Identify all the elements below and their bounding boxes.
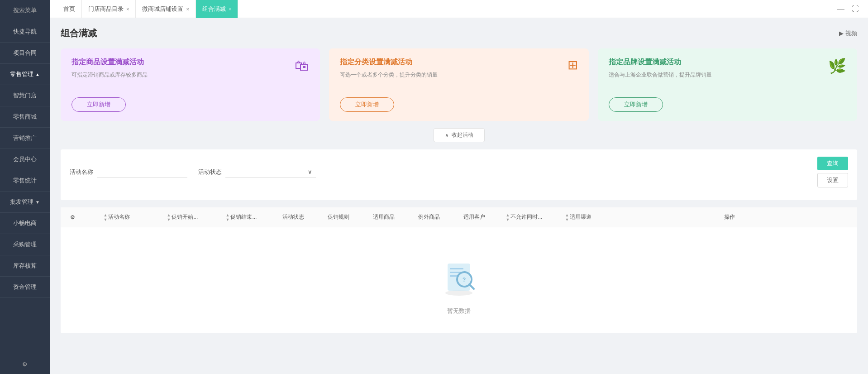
sidebar-item-project-contract[interactable]: 项目合同 xyxy=(0,43,50,64)
sidebar-item-member-center[interactable]: 会员中心 xyxy=(0,149,50,170)
card-title: 指定品牌设置满减活动 xyxy=(609,58,846,67)
th-status: 活动状态 xyxy=(271,213,316,221)
tab-combo-discount[interactable]: 组合满减 × xyxy=(196,0,238,18)
svg-rect-3 xyxy=(450,272,461,273)
promo-card-category: ⊞ 指定分类设置满减活动 可选一个或者多个分类，提升分类的销量 立即新增 xyxy=(329,48,588,121)
th-end[interactable]: ▲▼ 促销结束... xyxy=(212,213,271,222)
card-desc: 可选一个或者多个分类，提升分类的销量 xyxy=(340,71,577,79)
play-icon: ▶ xyxy=(839,30,844,37)
sidebar-item-smart-store[interactable]: 智慧门店 xyxy=(0,85,50,106)
sort-arrows: ▲▼ xyxy=(226,213,230,222)
th-except: 例外商品 xyxy=(406,213,452,221)
expand-button[interactable]: ⛶ xyxy=(850,5,861,13)
sidebar-item-retail-mgmt[interactable]: 零售管理 ▲ xyxy=(0,64,50,85)
filter-status-select[interactable]: ∨ xyxy=(225,167,316,177)
th-start[interactable]: ▲▼ 促销开始... xyxy=(153,213,212,222)
sort-arrows: ▲▼ xyxy=(565,213,569,222)
tab-label: 组合满减 xyxy=(202,5,226,13)
promo-card-goods: 🛍 指定商品设置满减活动 可指定滞销商品或库存较多商品 立即新增 xyxy=(61,48,320,121)
page-title: 组合满减 xyxy=(61,27,97,39)
filter-name-input[interactable] xyxy=(97,167,187,177)
sidebar-item-marketing[interactable]: 营销推广 xyxy=(0,128,50,149)
th-goods: 适用商品 xyxy=(361,213,406,221)
filter-section: 活动名称 活动状态 ∨ 查询 设置 xyxy=(61,149,857,200)
sidebar-item-fund-mgmt[interactable]: 资金管理 xyxy=(0,277,50,298)
sidebar-item-label: 零售管理 xyxy=(10,70,33,78)
video-label: 视频 xyxy=(845,29,857,38)
empty-illustration: ? xyxy=(436,254,482,300)
tab-label: 门店商品目录 xyxy=(88,5,124,13)
filter-status-label: 活动状态 xyxy=(198,168,222,176)
tab-store-catalog[interactable]: 门店商品目录 × xyxy=(82,0,136,18)
tab-bar: 首页 门店商品目录 × 微商城店铺设置 × 组合满减 × — ⛶ xyxy=(50,0,868,18)
main-area: 首页 门店商品目录 × 微商城店铺设置 × 组合满减 × — ⛶ 组合满减 ▶ … xyxy=(50,0,868,374)
th-action: 操作 xyxy=(606,213,854,221)
page-header: 组合满减 ▶ 视频 xyxy=(61,27,857,39)
empty-text: 暂无数据 xyxy=(447,307,471,315)
filter-name: 活动名称 xyxy=(70,167,187,177)
th-label: 促销结束... xyxy=(230,213,257,221)
sidebar-item-retail-mall[interactable]: 零售商城 xyxy=(0,106,50,128)
settings-button[interactable]: 设置 xyxy=(817,173,848,187)
settings-icon: ⚙ xyxy=(70,214,75,221)
sidebar-item-retail-stats[interactable]: 零售统计 xyxy=(0,170,50,192)
brand-icon: 🌿 xyxy=(828,58,846,75)
close-icon[interactable]: × xyxy=(229,6,231,12)
sidebar-item-quick-nav[interactable]: 快捷导航 xyxy=(0,21,50,43)
filter-status: 活动状态 ∨ xyxy=(198,167,316,177)
tab-bar-actions: — ⛶ xyxy=(835,5,861,13)
goods-icon: 🛍 xyxy=(295,58,309,74)
svg-rect-2 xyxy=(450,268,463,269)
promo-cards: 🛍 指定商品设置满减活动 可指定滞销商品或库存较多商品 立即新增 ⊞ 指定分类设… xyxy=(61,48,857,121)
card-add-button[interactable]: 立即新增 xyxy=(72,97,126,112)
filter-actions: 查询 设置 xyxy=(817,157,848,187)
th-name[interactable]: ▲▼ 活动名称 xyxy=(81,213,153,222)
video-link[interactable]: ▶ 视频 xyxy=(839,29,857,38)
card-title: 指定分类设置满减活动 xyxy=(340,58,577,67)
sidebar-item-inventory[interactable]: 库存核算 xyxy=(0,255,50,277)
category-icon: ⊞ xyxy=(568,58,578,72)
empty-state: ? 暂无数据 xyxy=(61,227,857,333)
th-channel[interactable]: ▲▼ 适用渠道 xyxy=(551,213,606,222)
svg-point-0 xyxy=(445,290,472,296)
chevron-up-icon: ▲ xyxy=(35,72,40,77)
filter-name-label: 活动名称 xyxy=(70,168,93,176)
sort-arrows: ▲▼ xyxy=(104,213,108,222)
collapse-button[interactable]: ∧ 收起活动 xyxy=(434,128,485,142)
sidebar-item-purchase-mgmt[interactable]: 采购管理 xyxy=(0,234,50,255)
chevron-down-icon: ∨ xyxy=(308,168,312,175)
card-desc: 可指定滞销商品或库存较多商品 xyxy=(72,71,309,79)
tab-wechat-store[interactable]: 微商城店铺设置 × xyxy=(136,0,196,18)
tab-label: 微商城店铺设置 xyxy=(142,5,183,13)
close-icon[interactable]: × xyxy=(126,6,129,12)
promo-card-brand: 🌿 指定品牌设置满减活动 适合与上游企业联合做营销，提升品牌销量 立即新增 xyxy=(598,48,857,121)
data-table: ⚙ ▲▼ 活动名称 ▲▼ 促销开始... ▲▼ 促销结束... 活动状态 促销规… xyxy=(61,207,857,333)
card-add-button[interactable]: 立即新增 xyxy=(609,97,663,112)
tab-label: 首页 xyxy=(63,5,75,13)
chevron-down-icon: ▼ xyxy=(35,200,40,205)
chevron-up-icon: ∧ xyxy=(445,132,449,139)
sidebar-search[interactable]: 搜索菜单 xyxy=(0,0,50,21)
th-label: 活动名称 xyxy=(108,213,130,221)
svg-text:?: ? xyxy=(463,277,466,283)
th-settings[interactable]: ⚙ xyxy=(64,214,81,221)
card-add-button[interactable]: 立即新增 xyxy=(340,97,394,112)
minimize-button[interactable]: — xyxy=(835,5,846,13)
close-icon[interactable]: × xyxy=(186,6,189,12)
th-label: 不允许同时... xyxy=(510,213,542,221)
filter-row: 活动名称 活动状态 ∨ 查询 设置 xyxy=(70,157,848,187)
sidebar-item-wholesale-mgmt[interactable]: 批发管理 ▼ xyxy=(0,192,50,213)
settings-icon-bottom[interactable]: ⚙ xyxy=(0,355,50,374)
th-notallow[interactable]: ▲▼ 不允许同时... xyxy=(497,213,551,222)
th-label: 适用渠道 xyxy=(570,213,591,221)
collapse-bar: ∧ 收起活动 xyxy=(61,128,857,142)
th-label: 促销开始... xyxy=(172,213,198,221)
sidebar: 搜索菜单 快捷导航 项目合同 零售管理 ▲ 智慧门店 零售商城 营销推广 会员中… xyxy=(0,0,50,374)
query-button[interactable]: 查询 xyxy=(817,157,848,170)
tab-home[interactable]: 首页 xyxy=(57,0,82,18)
sort-arrows: ▲▼ xyxy=(506,213,510,222)
table-header: ⚙ ▲▼ 活动名称 ▲▼ 促销开始... ▲▼ 促销结束... 活动状态 促销规… xyxy=(61,207,857,227)
sort-arrows: ▲▼ xyxy=(167,213,171,222)
sidebar-item-label: 批发管理 xyxy=(10,198,33,206)
sidebar-item-xiaochang[interactable]: 小畅电商 xyxy=(0,213,50,234)
